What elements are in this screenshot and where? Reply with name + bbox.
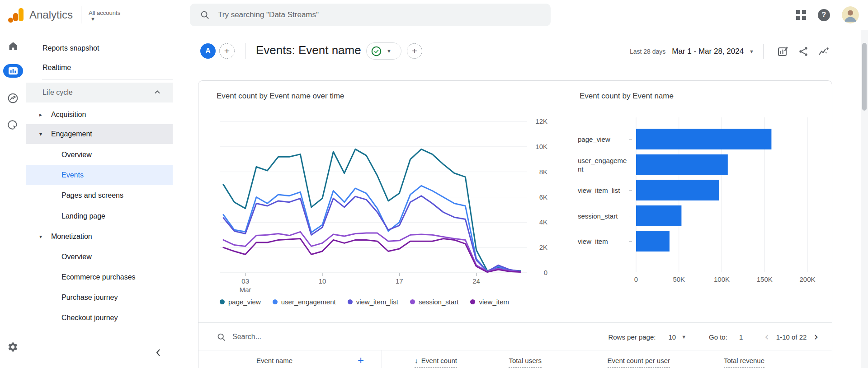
- series-page_view: [223, 149, 520, 270]
- next-page-icon[interactable]: ›: [814, 331, 818, 342]
- divider: [245, 43, 245, 59]
- date-range-value: Mar 1 - Mar 28, 2024: [672, 47, 744, 56]
- rail-explore-button[interactable]: [0, 92, 26, 104]
- sidebar-item-purchase-journey[interactable]: Purchase journey: [26, 288, 173, 307]
- x-axis-label: 50K: [673, 275, 685, 284]
- rail-settings-button[interactable]: [0, 341, 26, 353]
- workspace-badge[interactable]: A: [200, 43, 216, 59]
- divider: [42, 79, 173, 80]
- sidebar-item-pages-and-screens[interactable]: Pages and screens: [26, 186, 173, 205]
- chevron-down-icon[interactable]: ▾: [39, 227, 42, 247]
- sidebar-item-realtime[interactable]: Realtime: [26, 58, 173, 78]
- bar-view_item_list: [636, 180, 719, 200]
- x-axis-label: 0: [634, 275, 638, 284]
- report-status-pill[interactable]: ▼: [366, 42, 401, 60]
- report-main: A + Events: Event name ▼ + Last 28 days …: [173, 30, 868, 368]
- legend-label: page_view: [228, 298, 261, 306]
- rail-home-button[interactable]: [0, 41, 26, 51]
- bar-user_engagement: [636, 154, 728, 175]
- add-report-tab-button[interactable]: +: [407, 43, 422, 59]
- legend-dot-icon: [273, 299, 278, 304]
- legend-label: view_item_list: [356, 298, 398, 306]
- user-avatar[interactable]: [842, 6, 859, 23]
- scrollbar-thumb[interactable]: [862, 43, 867, 111]
- insights-button[interactable]: [818, 46, 830, 58]
- bar-category-label: view_item: [578, 231, 627, 252]
- y-axis-label: 6K: [515, 193, 547, 201]
- legend-item-session_start[interactable]: session_start: [410, 298, 458, 306]
- column-header-event-count-per-user[interactable]: Event count per user: [608, 357, 670, 368]
- google-apps-icon[interactable]: [796, 10, 806, 20]
- add-workspace-button[interactable]: +: [219, 43, 235, 59]
- analytics-home-link[interactable]: Analytics: [8, 7, 73, 23]
- y-axis-label: 12K: [515, 117, 547, 125]
- x-axis-label: 150K: [757, 275, 773, 284]
- advertising-icon: [7, 119, 19, 131]
- report-card: Event count by Event name over time Even…: [198, 80, 832, 368]
- report-header-actions: Last 28 days Mar 1 - Mar 28, 2024 ▼: [630, 42, 835, 61]
- rail-advertising-button[interactable]: [0, 119, 26, 131]
- go-to-page-input[interactable]: 1: [739, 333, 743, 341]
- line-chart-title: Event count by Event name over time: [217, 92, 344, 101]
- help-icon[interactable]: ?: [818, 9, 830, 21]
- sidebar-item-acquisition[interactable]: ▸Acquisition: [26, 105, 173, 125]
- sidebar-item-label: Monetization: [26, 227, 92, 247]
- sidebar-item-checkout-journey[interactable]: Checkout journey: [26, 308, 173, 328]
- sidebar-item-label: Purchase journey: [26, 288, 118, 307]
- line-chart-legend: page_viewuser_engagementview_item_listse…: [220, 298, 521, 306]
- collapse-sidebar-button[interactable]: [151, 346, 165, 359]
- column-header-total-revenue[interactable]: Total revenue: [724, 357, 764, 368]
- sidebar-item-overview[interactable]: Overview: [26, 145, 173, 165]
- insights-sparkline-icon: [818, 46, 830, 58]
- column-header-event-name[interactable]: Event name: [256, 357, 292, 364]
- chevron-down-icon[interactable]: ▾: [39, 124, 42, 144]
- line-chart[interactable]: [220, 118, 527, 277]
- edit-chart-icon: [777, 46, 789, 57]
- sidebar-item-monetization[interactable]: ▾Monetization: [26, 227, 173, 247]
- legend-dot-icon: [410, 299, 415, 304]
- sidebar-item-overview[interactable]: Overview: [26, 247, 173, 267]
- tick-mark: [629, 165, 632, 165]
- legend-item-view_item[interactable]: view_item: [470, 298, 509, 306]
- legend-dot-icon: [220, 299, 225, 304]
- sidebar-item-label: Reports snapshot: [42, 38, 99, 58]
- sidebar-item-label: Realtime: [42, 58, 71, 78]
- bar-session_start: [636, 205, 681, 226]
- sidebar-item-ecommerce-purchases[interactable]: Ecommerce purchases: [26, 267, 173, 287]
- bar-chart[interactable]: [635, 116, 833, 275]
- page-title: Events: Event name: [256, 43, 361, 57]
- global-search-input[interactable]: Try searching "Data Streams": [190, 4, 551, 26]
- reports-icon: [3, 64, 23, 78]
- legend-item-page_view[interactable]: page_view: [220, 298, 261, 306]
- customize-report-button[interactable]: [777, 46, 789, 57]
- chevron-down-icon[interactable]: ▼: [681, 334, 686, 340]
- date-range-label: Last 28 days: [630, 48, 665, 55]
- column-header-event-count[interactable]: ↓Event count: [415, 357, 457, 368]
- sidebar-item-engagement[interactable]: ▾Engagement: [26, 124, 173, 144]
- table-search-input[interactable]: Search...: [217, 323, 261, 351]
- date-range-picker[interactable]: Last 28 days Mar 1 - Mar 28, 2024 ▼: [630, 47, 754, 56]
- chevron-left-icon: [156, 349, 160, 356]
- search-placeholder: Try searching "Data Streams": [218, 10, 319, 19]
- sidebar-item-reports-snapshot[interactable]: Reports snapshot: [26, 38, 173, 58]
- sidebar-item-landing-page[interactable]: Landing page: [26, 206, 173, 226]
- legend-item-view_item_list[interactable]: view_item_list: [348, 298, 398, 306]
- home-icon: [8, 41, 19, 51]
- rows-per-page-select[interactable]: 10: [668, 333, 676, 341]
- previous-page-icon[interactable]: ‹: [764, 331, 769, 342]
- collection-header-life-cycle[interactable]: Life cycle: [26, 83, 173, 102]
- account-selector[interactable]: All accounts ▼: [89, 9, 120, 22]
- sidebar-item-events[interactable]: Events: [26, 165, 173, 185]
- share-report-button[interactable]: [798, 46, 809, 57]
- legend-item-user_engagement[interactable]: user_engagement: [273, 298, 336, 306]
- sort-descending-icon: ↓: [415, 357, 418, 364]
- legend-dot-icon: [470, 299, 475, 304]
- y-axis-label: 0: [515, 269, 547, 276]
- add-column-button[interactable]: +: [358, 354, 364, 367]
- bar-category-label: user_engagement: [578, 154, 627, 175]
- rail-reports-button[interactable]: [0, 64, 26, 78]
- column-header-total-users[interactable]: Total users: [509, 357, 542, 368]
- chevron-right-icon[interactable]: ▸: [39, 105, 42, 125]
- search-icon: [217, 332, 226, 342]
- reports-sidebar: Reports snapshotRealtime Life cycle ▸Acq…: [26, 30, 173, 368]
